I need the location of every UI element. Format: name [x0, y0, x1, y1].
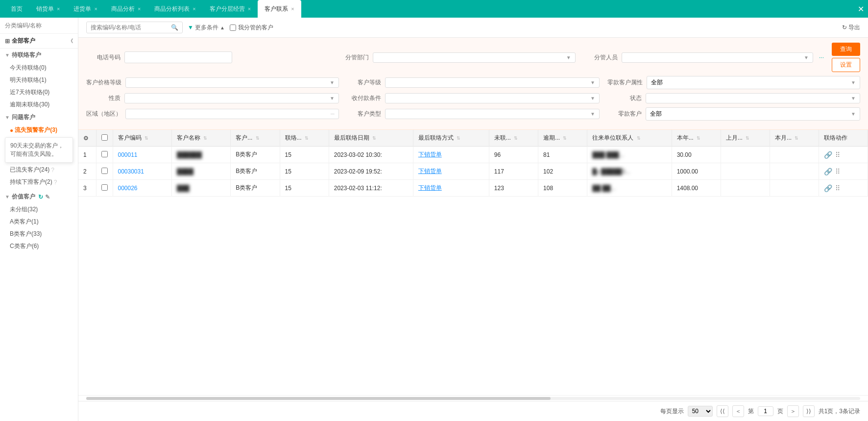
- sidebar-item-class-a[interactable]: A类客户(1): [0, 216, 78, 228]
- retail-attr-select[interactable]: 全部 ▼: [647, 76, 860, 89]
- sidebar-item-declining[interactable]: 持续下滑客户(2) ?: [0, 176, 78, 188]
- col-this-month-header[interactable]: 本月... ⇅: [770, 130, 819, 147]
- row-checkbox[interactable]: [96, 147, 113, 163]
- row-action-more-icon[interactable]: ⠿: [835, 184, 840, 192]
- row-checkbox[interactable]: [96, 180, 113, 197]
- tab-product-list[interactable]: 商品分析列表 ×: [147, 0, 202, 18]
- sidebar-group-problem[interactable]: ▼ 问题客户: [0, 111, 78, 124]
- scroll-thumb[interactable]: [86, 397, 551, 400]
- first-page-button[interactable]: ⟨⟨: [717, 405, 728, 417]
- row-code[interactable]: 000011: [113, 147, 171, 163]
- settings-icon[interactable]: ⚙: [83, 135, 89, 142]
- tab-customer-tier[interactable]: 客户分层经营 ×: [203, 0, 258, 18]
- sort-company-contact: ⇅: [637, 136, 641, 141]
- sidebar-all-customers[interactable]: ⊞ 全部客户 《: [0, 34, 78, 49]
- per-page-select[interactable]: 50 100 200: [688, 406, 713, 417]
- tab-purchase-close[interactable]: ×: [94, 6, 97, 12]
- row-code[interactable]: 000026: [113, 180, 171, 197]
- col-type-header[interactable]: 客户... ⇅: [231, 130, 280, 147]
- phone-input[interactable]: [124, 51, 232, 63]
- customer-type-select[interactable]: ▼: [385, 109, 600, 119]
- page-label: 第: [748, 407, 754, 416]
- export-button[interactable]: ↻ 导出: [842, 24, 860, 32]
- sidebar-item-tomorrow[interactable]: 明天待联络(1): [0, 74, 78, 86]
- sidebar-item-overdue[interactable]: 逾期未联络(30): [0, 99, 78, 111]
- tab-purchase[interactable]: 进货单 ×: [67, 0, 104, 18]
- col-overdue-header[interactable]: 逾期... ⇅: [538, 130, 587, 147]
- sidebar-group-value[interactable]: ▼ 价值客户 ↻ ✎: [0, 190, 78, 203]
- sidebar-item-churn-warning[interactable]: ● 流失预警客户(3): [0, 124, 78, 136]
- prev-page-button[interactable]: ＜: [732, 405, 744, 417]
- row-checkbox[interactable]: [96, 163, 113, 180]
- retail-select[interactable]: 全部 ▼: [646, 107, 860, 121]
- col-contact-header[interactable]: 联络... ⇅: [280, 130, 329, 147]
- sidebar-item-churned[interactable]: 已流失客户(24) ?: [0, 164, 78, 176]
- refresh-icon[interactable]: ↻: [38, 194, 43, 200]
- tab-product-analysis[interactable]: 商品分析 ×: [104, 0, 147, 18]
- page-number-input[interactable]: [758, 406, 773, 416]
- row-last-method[interactable]: 下销货单: [413, 180, 489, 197]
- select-all-checkbox[interactable]: [101, 134, 108, 141]
- my-customers-checkbox-label[interactable]: 我分管的客户: [230, 24, 273, 32]
- settings-button[interactable]: 设置: [832, 58, 860, 72]
- tab-product-analysis-close[interactable]: ×: [138, 6, 141, 12]
- col-code-header[interactable]: 客户编码 ⇅: [113, 130, 171, 147]
- tab-customer-contact[interactable]: 客户联系 ×: [258, 0, 301, 18]
- customer-level-select[interactable]: ▼: [385, 77, 600, 88]
- col-last-method-header[interactable]: 最后联络方式 ⇅: [413, 130, 489, 147]
- sidebar-search-input[interactable]: [5, 22, 78, 29]
- sidebar-item-class-c[interactable]: C类客户(6): [0, 240, 78, 252]
- col-year-amount-header[interactable]: 本年... ⇅: [672, 130, 721, 147]
- col-last-month-header[interactable]: 上月... ⇅: [721, 130, 770, 147]
- nature-select[interactable]: ▼: [124, 93, 339, 103]
- table-row: 3 000026 ███ B类客户 15 2023-02-03 11:12: 下…: [78, 180, 868, 197]
- edit-icon[interactable]: ✎: [45, 194, 50, 200]
- row-last-method[interactable]: 下销货单: [413, 163, 489, 180]
- person-select[interactable]: ▼: [622, 52, 813, 63]
- horizontal-scrollbar[interactable]: [78, 395, 868, 401]
- next-page-button[interactable]: ＞: [787, 405, 799, 417]
- phone-label: 电话号码: [86, 53, 121, 62]
- tab-home[interactable]: 首页: [4, 0, 29, 18]
- tab-customer-tier-close[interactable]: ×: [248, 6, 251, 12]
- region-select[interactable]: ···: [125, 109, 339, 119]
- my-customers-checkbox[interactable]: [230, 25, 236, 31]
- last-page-button[interactable]: ⟩⟩: [803, 405, 815, 417]
- scroll-track[interactable]: [86, 397, 860, 400]
- row-action-link-icon[interactable]: 🔗: [824, 184, 832, 192]
- row-action-link-icon[interactable]: 🔗: [824, 151, 832, 159]
- dept-select[interactable]: ▼: [373, 52, 575, 63]
- sidebar-item-class-b[interactable]: B类客户(33): [0, 228, 78, 240]
- person-more-btn[interactable]: ···: [819, 54, 824, 61]
- status-select[interactable]: ▼: [646, 93, 860, 103]
- row-action-more-icon[interactable]: ⠿: [835, 168, 840, 175]
- filter-row-1: 电话号码 分管部门 ▼ 分管人员 ▼ ···: [86, 43, 860, 72]
- tab-customer-contact-close[interactable]: ×: [291, 6, 294, 12]
- price-level-select[interactable]: ▼: [125, 77, 339, 88]
- sidebar-item-today[interactable]: 今天待联络(0): [0, 62, 78, 74]
- sidebar-item-7days[interactable]: 近7天待联络(0): [0, 86, 78, 99]
- row-action-more-icon[interactable]: ⠿: [835, 151, 840, 159]
- tab-product-list-close[interactable]: ×: [193, 6, 195, 12]
- more-conditions-button[interactable]: ▼ 更多条件 ▲: [188, 24, 225, 32]
- col-name-header[interactable]: 客户名称 ⇅: [171, 130, 230, 147]
- filter-bar: 🔍 ▼ 更多条件 ▲ 我分管的客户 ↻ 导出: [78, 18, 868, 38]
- row-action-link-icon[interactable]: 🔗: [824, 168, 832, 175]
- tab-sales[interactable]: 销货单 ×: [29, 0, 67, 18]
- col-company-contact-header[interactable]: 往来单位联系人 ⇅: [587, 130, 672, 147]
- payment-select[interactable]: ▼: [385, 93, 600, 103]
- query-button[interactable]: 查询: [832, 43, 860, 56]
- col-checkbox[interactable]: [96, 130, 113, 147]
- col-settings[interactable]: ⚙: [78, 130, 96, 147]
- col-un-contact-header[interactable]: 未联... ⇅: [489, 130, 538, 147]
- search-input[interactable]: [91, 24, 169, 31]
- row-code[interactable]: 00030031: [113, 163, 171, 180]
- col-last-date-header[interactable]: 最后联络日期 ⇅: [329, 130, 413, 147]
- tab-sales-close[interactable]: ×: [57, 6, 60, 12]
- row-last-method[interactable]: 下销货单: [413, 147, 489, 163]
- close-window-button[interactable]: ✕: [858, 4, 864, 14]
- filter-field-customer-level: 客户等级 ▼: [347, 77, 600, 88]
- customer-type-label: 客户类型: [347, 110, 381, 118]
- sidebar-item-ungrouped[interactable]: 未分组(32): [0, 203, 78, 216]
- sidebar-group-pending[interactable]: ▼ 待联络客户: [0, 49, 78, 62]
